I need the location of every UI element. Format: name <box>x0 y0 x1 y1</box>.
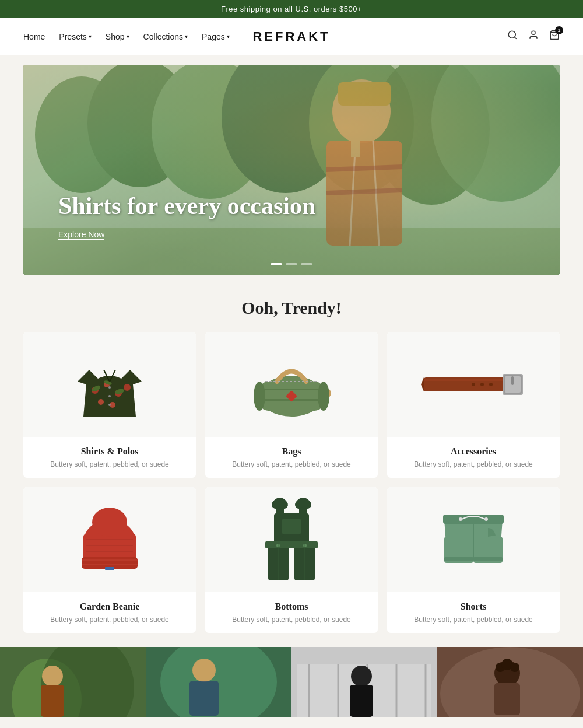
svg-point-60 <box>92 508 127 537</box>
product-name-bags: Bags <box>215 446 368 457</box>
svg-point-87 <box>192 659 216 682</box>
product-grid: Shirts & Polos Buttery soft, patent, peb… <box>23 332 560 633</box>
section-title: Ooh, Trendy! <box>0 298 583 318</box>
product-card-bags[interactable]: Bags Buttery soft, patent, pebbled, or s… <box>205 332 378 478</box>
svg-point-39 <box>254 382 265 411</box>
hero-section: Shirts for every occasion Explore Now <box>23 65 560 275</box>
chevron-down-icon: ▾ <box>89 33 92 40</box>
svg-rect-42 <box>424 379 505 381</box>
svg-line-1 <box>514 37 516 38</box>
hero-content: Shirts for every occasion Explore Now <box>58 191 315 240</box>
svg-point-49 <box>472 383 475 386</box>
product-name-shorts: Shorts <box>396 601 550 612</box>
svg-rect-97 <box>350 685 373 717</box>
product-card-shirts[interactable]: Shirts & Polos Buttery soft, patent, peb… <box>23 332 196 478</box>
product-image-shirts <box>23 332 196 437</box>
product-name-shirts: Shirts & Polos <box>33 446 187 457</box>
product-name-beanie: Garden Beanie <box>33 601 187 612</box>
svg-rect-79 <box>473 557 503 561</box>
svg-line-18 <box>326 167 402 170</box>
svg-point-0 <box>508 31 515 38</box>
chevron-down-icon: ▾ <box>127 33 129 40</box>
svg-rect-59 <box>105 567 114 570</box>
product-info-bags: Bags Buttery soft, patent, pebbled, or s… <box>205 437 378 478</box>
nav-pages[interactable]: Pages ▾ <box>202 32 230 41</box>
svg-point-24 <box>98 399 104 405</box>
svg-point-47 <box>489 383 493 386</box>
product-card-shorts[interactable]: Shorts Buttery soft, patent, pebbled, or… <box>387 487 560 633</box>
bottom-cell-1[interactable] <box>0 647 146 717</box>
product-image-accessories <box>387 332 560 437</box>
product-info-shorts: Shorts Buttery soft, patent, pebbled, or… <box>387 592 560 633</box>
svg-point-83 <box>42 666 63 687</box>
svg-rect-88 <box>189 681 219 716</box>
nav-icons: 1 <box>507 30 560 43</box>
product-desc-beanie: Buttery soft, patent, pebbled, or suede <box>33 615 187 624</box>
hero-dot-3[interactable] <box>301 263 312 265</box>
svg-rect-35 <box>259 388 324 390</box>
product-info-bottoms: Bottoms Buttery soft, patent, pebbled, o… <box>205 592 378 633</box>
svg-point-30 <box>108 386 111 388</box>
product-desc-bottoms: Buttery soft, patent, pebbled, or suede <box>215 615 368 624</box>
product-info-accessories: Accessories Buttery soft, patent, pebble… <box>387 437 560 478</box>
product-desc-accessories: Buttery soft, patent, pebbled, or suede <box>396 460 550 468</box>
product-info-shirts: Shirts & Polos Buttery soft, patent, peb… <box>23 437 196 478</box>
product-name-bottoms: Bottoms <box>215 601 368 612</box>
bottom-image-row <box>0 647 583 717</box>
product-image-bottoms <box>205 487 378 592</box>
svg-point-32 <box>108 404 111 406</box>
nav-home[interactable]: Home <box>23 32 45 41</box>
svg-rect-67 <box>282 519 301 534</box>
product-image-bags <box>205 332 378 437</box>
svg-point-48 <box>480 383 484 386</box>
product-image-beanie <box>23 487 196 592</box>
svg-rect-104 <box>494 683 520 715</box>
site-logo[interactable]: REFRAKT <box>252 29 330 44</box>
banner-text: Free shipping on all U.S. orders $500+ <box>221 5 362 13</box>
svg-point-25 <box>124 384 131 391</box>
hero-dot-2[interactable] <box>286 263 297 265</box>
search-icon[interactable] <box>507 30 518 43</box>
product-desc-shirts: Buttery soft, patent, pebbled, or suede <box>33 460 187 468</box>
bottom-cell-3[interactable] <box>292 647 437 717</box>
account-icon[interactable] <box>528 30 539 43</box>
product-card-accessories[interactable]: Accessories Buttery soft, patent, pebble… <box>387 332 560 478</box>
bottom-cell-2[interactable] <box>146 647 292 717</box>
svg-point-2 <box>532 31 535 34</box>
nav-collections[interactable]: Collections ▾ <box>143 32 188 41</box>
svg-rect-78 <box>444 557 473 561</box>
trendy-section: Ooh, Trendy! <box>0 298 583 633</box>
svg-rect-14 <box>338 82 391 106</box>
cart-badge: 1 <box>555 26 563 34</box>
product-card-beanie[interactable]: Garden Beanie Buttery soft, patent, pebb… <box>23 487 196 633</box>
svg-point-96 <box>351 666 372 687</box>
svg-point-40 <box>318 382 329 411</box>
product-image-shorts <box>387 487 560 592</box>
hero-dots <box>271 263 312 265</box>
cart-icon[interactable]: 1 <box>549 30 560 43</box>
product-info-beanie: Garden Beanie Buttery soft, patent, pebb… <box>23 592 196 633</box>
product-card-bottoms[interactable]: Bottoms Buttery soft, patent, pebbled, o… <box>205 487 378 633</box>
hero-title: Shirts for every occasion <box>58 191 315 220</box>
svg-point-103 <box>510 663 519 672</box>
bottom-cell-4[interactable] <box>437 647 583 717</box>
nav-shop[interactable]: Shop ▾ <box>106 32 129 41</box>
hero-cta-button[interactable]: Explore Now <box>58 230 104 240</box>
product-desc-shorts: Buttery soft, patent, pebbled, or suede <box>396 615 550 624</box>
top-banner: Free shipping on all U.S. orders $500+ <box>0 0 583 18</box>
svg-point-74 <box>484 517 488 521</box>
svg-line-19 <box>326 190 402 193</box>
svg-point-73 <box>459 517 462 521</box>
svg-rect-46 <box>511 376 514 385</box>
navigation: Home Presets ▾ Shop ▾ Collections ▾ Page… <box>0 18 583 55</box>
nav-presets[interactable]: Presets ▾ <box>59 32 91 41</box>
svg-rect-66 <box>265 541 318 548</box>
chevron-down-icon: ▾ <box>227 33 230 40</box>
product-desc-bags: Buttery soft, patent, pebbled, or suede <box>215 460 368 468</box>
nav-links: Home Presets ▾ Shop ▾ Collections ▾ Page… <box>23 32 230 41</box>
chevron-down-icon: ▾ <box>185 33 188 40</box>
hero-dot-1[interactable] <box>271 263 282 265</box>
svg-point-31 <box>108 395 111 397</box>
svg-rect-84 <box>41 685 64 717</box>
svg-rect-20 <box>351 139 360 157</box>
